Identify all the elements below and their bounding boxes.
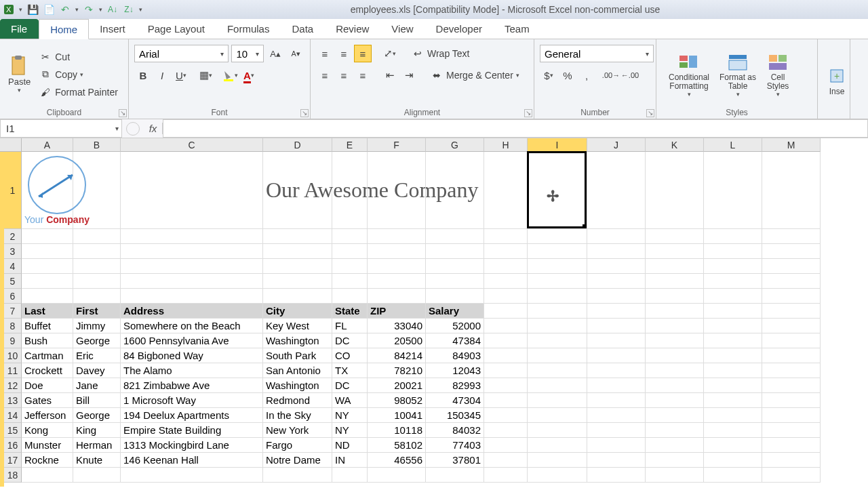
cell-J18[interactable] — [587, 468, 646, 483]
borders-button[interactable]: ▦▾ — [197, 66, 214, 84]
cell-I15[interactable] — [528, 423, 587, 438]
font-dialog-launcher[interactable]: ↘ — [300, 109, 309, 117]
increase-font-icon[interactable]: A▴ — [267, 45, 284, 62]
column-header-I[interactable]: I — [528, 138, 587, 152]
cell-J16[interactable] — [587, 438, 646, 453]
cell-F18[interactable] — [368, 468, 426, 483]
cell-K6[interactable] — [646, 289, 704, 304]
cell-D3[interactable] — [263, 244, 332, 259]
cell-C5[interactable] — [121, 274, 263, 289]
tab-team[interactable]: Team — [494, 19, 541, 39]
cell-F9[interactable]: 20500 — [368, 333, 426, 348]
cell-B18[interactable] — [73, 468, 121, 483]
cell-J4[interactable] — [587, 259, 646, 274]
cell-D18[interactable] — [263, 468, 332, 483]
cell-M14[interactable] — [762, 408, 821, 423]
cell-B7[interactable]: First — [73, 304, 121, 319]
cell-A12[interactable]: Doe — [22, 378, 73, 393]
fill-color-button[interactable]: ▾ — [221, 66, 239, 84]
tab-file[interactable]: File — [0, 19, 39, 39]
cell-E7[interactable]: State — [332, 304, 368, 319]
cell-H15[interactable] — [484, 423, 528, 438]
cell-D7[interactable]: City — [263, 304, 332, 319]
redo-icon[interactable]: ↷ — [83, 3, 95, 16]
row-header-11[interactable]: 11 — [4, 363, 22, 378]
column-header-E[interactable]: E — [332, 138, 368, 152]
cell-I14[interactable] — [528, 408, 587, 423]
cell-A10[interactable]: Cartman — [22, 348, 73, 363]
increase-indent-icon[interactable]: ⇥ — [400, 66, 418, 84]
cancel-formula-icon[interactable] — [126, 122, 140, 136]
cell-I17[interactable] — [528, 453, 587, 468]
cell-J1[interactable] — [587, 152, 646, 229]
percent-format-button[interactable]: % — [559, 66, 576, 84]
tab-data[interactable]: Data — [281, 19, 325, 39]
row-header-8[interactable]: 8 — [4, 319, 22, 333]
cell-H11[interactable] — [484, 363, 528, 378]
decrease-indent-icon[interactable]: ⇤ — [381, 66, 399, 84]
cell-K9[interactable] — [646, 333, 704, 348]
cell-F5[interactable] — [368, 274, 426, 289]
worksheet-grid[interactable]: ABCDEFGHIJKLM 12345678910111213141516171… — [0, 138, 868, 487]
merge-center-button[interactable]: ⬌Merge & Center▾ — [430, 66, 519, 84]
cell-L14[interactable] — [704, 408, 762, 423]
cell-F4[interactable] — [368, 259, 426, 274]
cell-C9[interactable]: 1600 Pennsylvania Ave — [121, 333, 263, 348]
column-header-M[interactable]: M — [762, 138, 821, 152]
cell-G1[interactable] — [426, 152, 484, 229]
cell-L6[interactable] — [704, 289, 762, 304]
format-painter-button[interactable]: 🖌Format Painter — [39, 83, 118, 101]
cell-A9[interactable]: Bush — [22, 333, 73, 348]
cell-D15[interactable]: New York — [263, 423, 332, 438]
cell-F14[interactable]: 10041 — [368, 408, 426, 423]
cell-K4[interactable] — [646, 259, 704, 274]
cell-F13[interactable]: 98052 — [368, 393, 426, 408]
column-header-B[interactable]: B — [73, 138, 121, 152]
row-header-1[interactable]: 1 — [4, 152, 22, 229]
cell-B1[interactable] — [73, 152, 121, 229]
cell-I8[interactable] — [528, 319, 587, 333]
cell-B17[interactable]: Knute — [73, 453, 121, 468]
cell-D9[interactable]: Washington — [263, 333, 332, 348]
select-all-corner[interactable] — [0, 138, 22, 152]
cell-M6[interactable] — [762, 289, 821, 304]
cell-C15[interactable]: Empire State Building — [121, 423, 263, 438]
cell-A17[interactable]: Rockne — [22, 453, 73, 468]
cell-H8[interactable] — [484, 319, 528, 333]
cell-F10[interactable]: 84214 — [368, 348, 426, 363]
cell-E16[interactable]: ND — [332, 438, 368, 453]
column-headers[interactable]: ABCDEFGHIJKLM — [22, 138, 821, 152]
font-size-combo[interactable]: 10▾ — [231, 45, 264, 62]
cell-E15[interactable]: NY — [332, 423, 368, 438]
cell-C16[interactable]: 1313 Mockingbird Lane — [121, 438, 263, 453]
cell-D5[interactable] — [263, 274, 332, 289]
cell-K10[interactable] — [646, 348, 704, 363]
tab-insert[interactable]: Insert — [89, 19, 137, 39]
wrap-text-button[interactable]: ↩Wrap Text — [411, 45, 470, 62]
cell-D6[interactable] — [263, 289, 332, 304]
cell-K5[interactable] — [646, 274, 704, 289]
cell-C18[interactable] — [121, 468, 263, 483]
cell-D4[interactable] — [263, 259, 332, 274]
cell-H18[interactable] — [484, 468, 528, 483]
cell-A6[interactable] — [22, 289, 73, 304]
cell-L9[interactable] — [704, 333, 762, 348]
column-header-H[interactable]: H — [484, 138, 528, 152]
cell-C8[interactable]: Somewhere on the Beach — [121, 319, 263, 333]
cell-M17[interactable] — [762, 453, 821, 468]
cell-D14[interactable]: In the Sky — [263, 408, 332, 423]
cell-C17[interactable]: 146 Keenan Hall — [121, 453, 263, 468]
cell-E4[interactable] — [332, 259, 368, 274]
cell-C2[interactable] — [121, 229, 263, 244]
cells-area[interactable]: Your CompanyOur Awesome CompanyLastFirst… — [22, 152, 821, 483]
cell-D13[interactable]: Redmond — [263, 393, 332, 408]
cell-E8[interactable]: FL — [332, 319, 368, 333]
column-header-L[interactable]: L — [704, 138, 762, 152]
cell-I7[interactable] — [528, 304, 587, 319]
cell-D11[interactable]: San Antonio — [263, 363, 332, 378]
cell-A5[interactable] — [22, 274, 73, 289]
cell-G4[interactable] — [426, 259, 484, 274]
tab-developer[interactable]: Developer — [425, 19, 494, 39]
cell-B2[interactable] — [73, 229, 121, 244]
row-header-10[interactable]: 10 — [4, 348, 22, 363]
